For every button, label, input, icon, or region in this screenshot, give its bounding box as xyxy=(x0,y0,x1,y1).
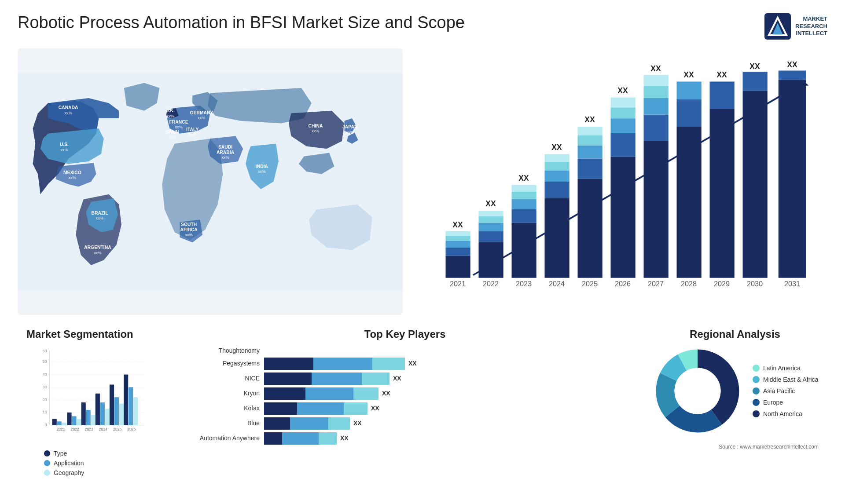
svg-rect-90 xyxy=(677,82,702,99)
svg-text:2021: 2021 xyxy=(57,427,65,431)
svg-rect-67 xyxy=(578,179,603,278)
svg-rect-121 xyxy=(62,423,66,425)
svg-text:xx%: xx% xyxy=(312,129,319,133)
svg-rect-120 xyxy=(57,421,62,425)
svg-rect-41 xyxy=(446,241,470,248)
svg-rect-84 xyxy=(644,86,669,99)
top-section: CANADA xx% U.S. xx% MEXICO xx% BRAZIL xx… xyxy=(18,48,827,315)
svg-text:xx%: xx% xyxy=(69,175,76,180)
svg-text:xx%: xx% xyxy=(175,125,182,129)
legend-dot-geography xyxy=(44,470,50,476)
svg-text:2023: 2023 xyxy=(85,427,93,431)
svg-rect-135 xyxy=(110,384,114,425)
svg-rect-119 xyxy=(52,419,57,425)
legend-asia-pacific: Asia Pacific xyxy=(753,387,818,394)
svg-text:AFRICA: AFRICA xyxy=(180,227,198,232)
legend-type: Type xyxy=(44,450,158,457)
svg-text:ARABIA: ARABIA xyxy=(217,150,235,155)
svg-text:GERMANY: GERMANY xyxy=(190,110,213,115)
bar-chart-svg: XX 2021 XX 2022 xyxy=(429,53,814,310)
legend-dot-latin-america xyxy=(753,365,760,372)
regional-title: Regional Analysis xyxy=(651,328,819,340)
legend-dot-application xyxy=(44,460,50,466)
svg-rect-102 xyxy=(779,71,806,80)
svg-text:2024: 2024 xyxy=(549,280,565,288)
bottom-section: Market Segmentation 0 10 20 30 40 50 60 xyxy=(18,324,827,491)
svg-rect-129 xyxy=(91,415,96,425)
donut-chart xyxy=(651,345,744,437)
svg-rect-48 xyxy=(479,223,503,231)
svg-text:2030: 2030 xyxy=(747,280,763,288)
svg-text:U.S.: U.S. xyxy=(60,142,69,147)
svg-rect-125 xyxy=(77,419,81,425)
player-row-nice: NICE XX xyxy=(189,373,621,384)
svg-rect-101 xyxy=(779,80,806,278)
svg-text:2025: 2025 xyxy=(113,427,121,431)
svg-text:MEXICO: MEXICO xyxy=(63,170,81,175)
legend-europe: Europe xyxy=(753,399,818,406)
svg-text:10: 10 xyxy=(42,410,47,414)
svg-text:2022: 2022 xyxy=(483,280,499,288)
player-bar-label: XX xyxy=(371,405,379,412)
svg-text:2024: 2024 xyxy=(99,427,107,431)
svg-rect-128 xyxy=(86,410,91,425)
svg-rect-43 xyxy=(446,231,470,236)
player-bar-container: XX xyxy=(264,387,621,399)
svg-rect-61 xyxy=(545,182,569,198)
legend-geography: Geography xyxy=(44,469,158,476)
svg-rect-55 xyxy=(512,199,536,209)
svg-text:XX: XX xyxy=(683,70,694,79)
svg-text:XX: XX xyxy=(584,115,595,124)
svg-text:20: 20 xyxy=(42,398,47,402)
player-row-blue: Blue XX xyxy=(189,417,621,429)
svg-text:XX: XX xyxy=(617,86,628,95)
player-row-pegasystems: Pegasystems XX xyxy=(189,358,621,369)
page-title: Robotic Process Automation in BFSI Marke… xyxy=(18,13,465,32)
player-bar-container: XX xyxy=(264,358,621,369)
player-bar-container: XX xyxy=(264,432,621,444)
svg-rect-42 xyxy=(446,236,470,241)
legend-north-america: North America xyxy=(753,410,818,417)
svg-text:xx%: xx% xyxy=(189,132,196,137)
player-name: Blue xyxy=(189,420,260,427)
svg-text:XX: XX xyxy=(551,143,562,152)
svg-rect-40 xyxy=(446,248,470,256)
svg-text:xx%: xx% xyxy=(221,155,229,160)
svg-text:2022: 2022 xyxy=(71,427,79,431)
svg-rect-39 xyxy=(446,256,470,278)
map-section: CANADA xx% U.S. xx% MEXICO xx% BRAZIL xx… xyxy=(18,48,403,315)
svg-rect-78 xyxy=(611,98,636,108)
svg-rect-93 xyxy=(710,109,735,278)
svg-text:XX: XX xyxy=(485,199,496,208)
svg-text:SOUTH: SOUTH xyxy=(181,222,197,227)
svg-rect-54 xyxy=(512,209,536,223)
header: Robotic Process Automation in BFSI Marke… xyxy=(18,13,827,40)
svg-text:xx%: xx% xyxy=(185,233,192,237)
svg-text:xx%: xx% xyxy=(96,216,103,220)
svg-text:60: 60 xyxy=(42,349,47,353)
donut-container: Latin America Middle East & Africa Asia … xyxy=(651,345,819,437)
svg-text:CANADA: CANADA xyxy=(59,105,78,110)
svg-rect-97 xyxy=(743,91,768,278)
svg-text:xx%: xx% xyxy=(94,251,101,255)
regional-section: Regional Analysis xyxy=(643,324,827,491)
svg-rect-60 xyxy=(545,198,569,278)
svg-rect-56 xyxy=(512,192,536,200)
svg-text:BRAZIL: BRAZIL xyxy=(92,211,109,215)
svg-text:ITALY: ITALY xyxy=(186,127,198,132)
svg-text:xx%: xx% xyxy=(168,135,176,139)
svg-text:2026: 2026 xyxy=(127,427,136,431)
legend-dot-asia-pacific xyxy=(753,387,760,394)
svg-rect-53 xyxy=(512,223,536,278)
logo-icon xyxy=(764,13,791,40)
svg-rect-57 xyxy=(512,185,536,192)
player-bar-container: XX xyxy=(264,417,621,429)
svg-rect-74 xyxy=(611,157,636,278)
svg-rect-50 xyxy=(479,211,503,216)
player-row-kofax: Kofax XX xyxy=(189,402,621,414)
svg-text:2023: 2023 xyxy=(516,280,532,288)
legend-dot-europe xyxy=(753,399,760,406)
svg-rect-49 xyxy=(479,216,503,223)
player-row-thoughtonomy: Thoughtonomy xyxy=(189,347,621,354)
player-bar-container: XX xyxy=(264,402,621,414)
